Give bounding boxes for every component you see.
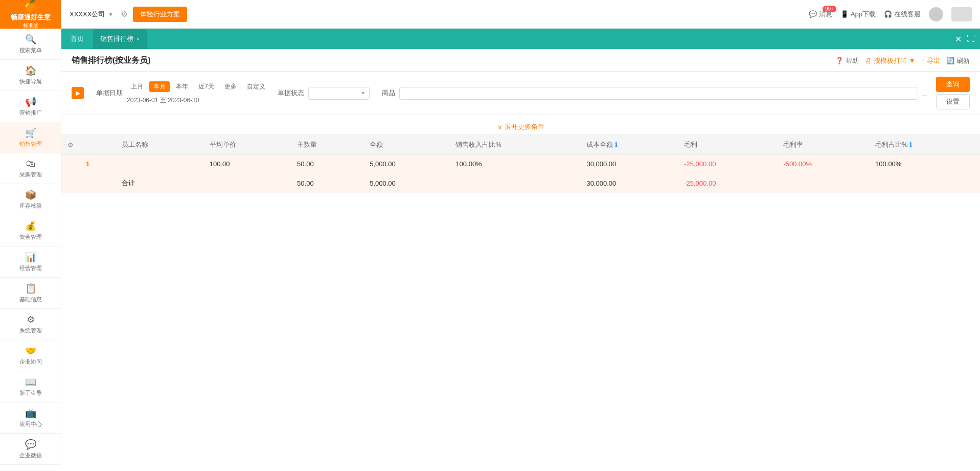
date-tab-3[interactable]: 近7天 [194,81,218,92]
row-rank-0: 1 [80,155,116,173]
app-download-label: App下载 [851,10,876,19]
sidebar-label-10: 企业协同 [19,358,42,366]
avatar[interactable] [929,7,943,21]
sidebar-item-8[interactable]: 📋基础信息 [0,278,61,309]
date-filter-item: 单据日期 上月本月本年近7天更多自定义 2023-06-01 至 2023-06… [96,81,269,105]
settings-button[interactable]: 设置 [936,94,970,109]
print-button[interactable]: 🖨 按模板打印 ▼ [865,56,916,65]
company-selector[interactable]: XXXXX公司 ▼ [70,10,113,19]
row-avg-price-0: 100.00 [203,155,291,173]
tab-home[interactable]: 首页 [61,29,93,49]
sidebar-icon-12: 📺 [25,408,36,419]
settings-icon[interactable]: ⚙ [121,9,128,19]
export-button[interactable]: ↑ 导出 [922,56,941,65]
sidebar-label-13: 企业微信 [19,452,42,459]
export-icon: ↑ [922,57,925,64]
footer-rank-cell [80,173,116,193]
th-settings[interactable]: ⚙ [61,135,80,155]
date-tab-2[interactable]: 本年 [172,81,192,92]
sidebar-label-1: 快捷导航 [19,78,42,85]
sidebar-item-3[interactable]: 🛒销售管理 [0,122,61,153]
more-filter-btn[interactable]: ... [922,89,928,97]
help-button[interactable]: ❓ 帮助 [835,56,859,65]
sidebar-item-5[interactable]: 📦库存核算 [0,184,61,215]
footer-amount-cell: 5,000.00 [363,173,449,193]
th-cost: 成本全额 ℹ [580,135,678,155]
cost-info-icon[interactable]: ℹ [615,141,618,148]
row-amount-0: 5,000.00 [363,155,449,173]
help-label: 帮助 [846,56,859,65]
date-tab-0[interactable]: 上月 [127,81,147,92]
print-icon: 🖨 [865,57,872,64]
gross-ratio-info-icon[interactable]: ℹ [909,141,912,148]
footer-gross-cell: -25,000.00 [678,173,777,193]
message-button[interactable]: 💬 消息 99+ [809,10,832,19]
online-service-button[interactable]: 🎧 在线客服 [884,10,921,19]
th-gross-ratio: 毛利占比% ℹ [869,135,980,155]
tab-maximize-icon[interactable]: ⛶ [967,34,975,43]
sidebar-item-0[interactable]: 🔍搜索菜单 [0,29,61,60]
filter-row: ▶ 单据日期 上月本月本年近7天更多自定义 2023-06-01 至 2023-… [72,77,970,109]
row-gross-rate-0: -500.00% [777,155,869,173]
status-select[interactable] [308,87,370,100]
tab-close-icon[interactable]: × [136,36,140,42]
footer-settings-cell [61,173,80,193]
sidebar-icon-3: 🛒 [25,127,36,139]
page-title: 销售排行榜(按业务员) [72,55,151,66]
filter-expand-arrow[interactable]: ▶ [72,87,84,99]
sidebar-item-10[interactable]: 🤝企业协同 [0,340,61,371]
date-tab-5[interactable]: 自定义 [243,81,269,92]
tab-sales-ranking[interactable]: 销售排行榜 × [93,29,147,49]
sidebar-item-2[interactable]: 📢营销推广 [0,91,61,122]
app-download-icon: 📱 [840,10,849,18]
date-tab-4[interactable]: 更多 [220,81,241,92]
data-table: ⚙ 员工名称 平均单价 主数量 全额 销售收入占比% 成本全额 ℹ 毛利 毛利率… [61,135,980,193]
th-quantity: 主数量 [291,135,363,155]
sidebar-icon-6: 💰 [25,220,36,232]
table-container: ⚙ 员工名称 平均单价 主数量 全额 销售收入占比% 成本全额 ℹ 毛利 毛利率… [61,135,980,471]
sidebar-item-14[interactable]: 🏷畅会员 [0,465,61,471]
sidebar-icon-5: 📦 [25,189,36,200]
status-filter-label: 单据状态 [278,88,304,98]
status-select-wrapper [308,87,370,100]
tab-close-window-icon[interactable]: ✕ [955,34,962,44]
sidebar-label-5: 库存核算 [19,202,42,210]
date-tabs: 上月本月本年近7天更多自定义 [127,81,269,92]
sidebar-item-1[interactable]: 🏠快捷导航 [0,60,61,91]
sidebar-icon-4: 🛍 [26,159,35,169]
sidebar-label-8: 基础信息 [19,296,42,303]
app-logo: 🍊 畅康通好生意 标准版 [0,0,61,29]
app-download-button[interactable]: 📱 App下载 [840,10,876,19]
goods-input[interactable] [399,87,918,100]
expand-more-btn[interactable]: ∨ 展开更多条件 [497,122,544,131]
th-sales-ratio: 销售收入占比% [449,135,580,155]
sidebar-item-13[interactable]: 💬企业微信 [0,434,61,465]
logo-icon: 🍊 [24,0,37,12]
sidebar-item-12[interactable]: 📺应用中心 [0,402,61,434]
footer-sales-ratio-cell [449,173,580,193]
filter-area: ▶ 单据日期 上月本月本年近7天更多自定义 2023-06-01 至 2023-… [61,72,980,115]
th-name: 员工名称 [116,135,203,155]
sidebar-label-3: 销售管理 [19,140,42,148]
refresh-button[interactable]: 🔄 刷新 [946,56,970,65]
sidebar-item-7[interactable]: 📊经营管理 [0,246,61,278]
sidebar-icon-7: 📊 [25,252,36,263]
sidebar-label-0: 搜索菜单 [19,47,42,54]
date-tab-1[interactable]: 本月 [149,81,170,92]
print-label: 按模板打印 [874,56,907,65]
sidebar-item-11[interactable]: 📖新手引导 [0,371,61,402]
sidebar-item-6[interactable]: 💰资金管理 [0,215,61,246]
sidebar-item-9[interactable]: ⚙系统管理 [0,309,61,340]
export-label: 导出 [927,56,940,65]
row-cost-0: 30,000.00 [580,155,678,173]
main-area: XXXXX公司 ▼ ⚙ 体验行业方案 💬 消息 99+ 📱 App下载 🎧 在线… [61,0,980,471]
trial-button[interactable]: 体验行业方案 [133,7,187,22]
query-button[interactable]: 查询 [936,77,970,92]
sidebar-icon-2: 📢 [25,96,36,107]
chevron-down-icon: ∨ [497,123,503,131]
sidebar-item-4[interactable]: 🛍采购管理 [0,153,61,184]
page-title-row: 销售排行榜(按业务员) ❓ 帮助 🖨 按模板打印 ▼ ↑ 导出 [72,55,970,66]
th-gross-rate: 毛利率 [777,135,869,155]
online-service-icon: 🎧 [884,10,892,18]
sidebar-label-7: 经营管理 [19,264,42,272]
